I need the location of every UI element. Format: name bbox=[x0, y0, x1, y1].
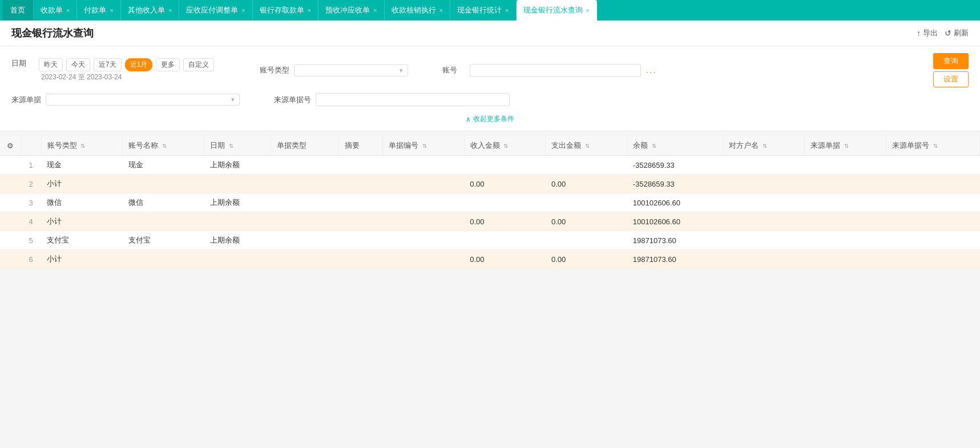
bank-deposit-tab-label: 银行存取款单 bbox=[260, 5, 304, 15]
top-nav: 首页 收款单 × 付款单 × 其他收入单 × 应收应付调整单 × 银行存取款单 … bbox=[0, 0, 980, 21]
account-no-filter: 账号 ... bbox=[442, 64, 922, 77]
cell-date: 上期余额 bbox=[204, 156, 271, 175]
th-account-type[interactable]: 账号类型 ⇅ bbox=[41, 136, 123, 156]
filter-row-2: 来源单据 ▾ 来源单据号 bbox=[11, 93, 969, 106]
account-no-dots[interactable]: ... bbox=[646, 65, 656, 75]
account-type-select[interactable]: ▾ bbox=[294, 64, 408, 76]
account-type-label: 账号类型 bbox=[260, 65, 289, 75]
nav-tab-adjustment[interactable]: 应收应付调整单 × bbox=[179, 0, 252, 21]
account-type-filter: 账号类型 ▾ bbox=[260, 64, 408, 76]
th-counterpart[interactable]: 对方户名 ⇅ bbox=[723, 136, 805, 156]
close-flow-query-icon[interactable]: × bbox=[586, 7, 590, 14]
cell-doc-type bbox=[271, 175, 339, 193]
cell-counterpart bbox=[723, 250, 805, 269]
cell-doc-no bbox=[382, 193, 464, 212]
nav-tab-flow-query[interactable]: 现金银行流水查询 × bbox=[517, 0, 597, 21]
source-doc-no-input[interactable] bbox=[316, 93, 510, 106]
cell-account-type: 微信 bbox=[41, 193, 123, 212]
action-buttons: 查询 设置 bbox=[933, 53, 969, 87]
th-doc-no[interactable]: 单据编号 ⇅ bbox=[382, 136, 464, 156]
cell-income: 0.00 bbox=[464, 175, 546, 193]
table-row[interactable]: 2小计0.000.00-3528659.33 bbox=[0, 175, 980, 193]
date-btn-7days[interactable]: 近7天 bbox=[94, 58, 122, 71]
date-btn-yesterday[interactable]: 昨天 bbox=[39, 58, 63, 71]
table-row[interactable]: 5支付宝支付宝上期余额19871073.60 bbox=[0, 231, 980, 250]
close-payment-icon[interactable]: × bbox=[110, 7, 113, 14]
setting-button[interactable]: 设置 bbox=[933, 71, 969, 87]
date-filter-group: 日期 昨天 今天 近7天 近1月 更多 自定义 2023-02-24 至 202… bbox=[11, 58, 214, 82]
filter-row-1: 日期 昨天 今天 近7天 近1月 更多 自定义 2023-02-24 至 202… bbox=[11, 53, 969, 87]
filter-area: 日期 昨天 今天 近7天 近1月 更多 自定义 2023-02-24 至 202… bbox=[0, 46, 980, 131]
th-source-doc[interactable]: 来源单据 ⇅ bbox=[805, 136, 886, 156]
date-btn-1month[interactable]: 近1月 bbox=[125, 58, 153, 71]
table-row[interactable]: 6小计0.000.0019871073.60 bbox=[0, 250, 980, 269]
export-label: 导出 bbox=[923, 28, 938, 38]
close-adjustment-icon[interactable]: × bbox=[241, 7, 245, 14]
cell-gear bbox=[0, 250, 21, 269]
cell-expense bbox=[546, 231, 627, 250]
date-options-row: 昨天 今天 近7天 近1月 更多 自定义 bbox=[39, 58, 214, 71]
nav-tab-other-income[interactable]: 其他收入单 × bbox=[121, 0, 179, 21]
cell-counterpart bbox=[723, 175, 805, 193]
cell-summary bbox=[339, 250, 383, 269]
home-tab-label: 首页 bbox=[10, 5, 25, 15]
cell-doc-type bbox=[271, 212, 339, 231]
page-header: 现金银行流水查询 ↑ 导出 ↺ 刷新 bbox=[0, 21, 980, 46]
cell-source-doc-no bbox=[886, 175, 979, 193]
th-expense[interactable]: 支出金额 ⇅ bbox=[546, 136, 627, 156]
source-doc-select[interactable]: ▾ bbox=[46, 94, 240, 106]
refresh-label: 刷新 bbox=[954, 28, 969, 38]
date-range-display: 2023-02-24 至 2023-03-24 bbox=[41, 72, 214, 82]
table-row[interactable]: 1现金现金上期余额-3528659.33 bbox=[0, 156, 980, 175]
cell-income bbox=[464, 156, 546, 175]
source-doc-label: 来源单据 bbox=[11, 95, 41, 105]
refresh-button[interactable]: ↺ 刷新 bbox=[945, 28, 969, 38]
cell-account-type: 现金 bbox=[41, 156, 123, 175]
account-no-input[interactable] bbox=[470, 64, 641, 77]
close-bank-deposit-icon[interactable]: × bbox=[308, 7, 311, 14]
nav-tab-prepay[interactable]: 预收冲应收单 × bbox=[318, 0, 384, 21]
collapse-bar[interactable]: ∧ 收起更多条件 bbox=[11, 112, 969, 126]
th-source-doc-no[interactable]: 来源单据号 ⇅ bbox=[886, 136, 979, 156]
table-row[interactable]: 4小计0.000.00100102606.60 bbox=[0, 212, 980, 231]
cell-doc-no bbox=[382, 250, 464, 269]
nav-tab-receipt[interactable]: 收款单 × bbox=[34, 0, 77, 21]
date-btn-today[interactable]: 今天 bbox=[66, 58, 90, 71]
th-account-name[interactable]: 账号名称 ⇅ bbox=[123, 136, 204, 156]
table-row[interactable]: 3微信微信上期余额100102606.60 bbox=[0, 193, 980, 212]
th-income[interactable]: 收入金额 ⇅ bbox=[464, 136, 546, 156]
cell-expense: 0.00 bbox=[546, 250, 627, 269]
nav-tab-bank-deposit[interactable]: 银行存取款单 × bbox=[253, 0, 318, 21]
account-no-label: 账号 bbox=[442, 65, 465, 75]
close-verify-icon[interactable]: × bbox=[439, 7, 443, 14]
cell-counterpart bbox=[723, 156, 805, 175]
sort-balance-icon: ⇅ bbox=[652, 143, 656, 149]
th-gear[interactable]: ⚙ bbox=[0, 136, 21, 156]
query-button[interactable]: 查询 bbox=[933, 53, 969, 69]
close-prepay-icon[interactable]: × bbox=[373, 7, 377, 14]
close-stats-icon[interactable]: × bbox=[505, 7, 509, 14]
th-date[interactable]: 日期 ⇅ bbox=[204, 136, 271, 156]
cell-num: 3 bbox=[21, 193, 41, 212]
nav-tab-verify[interactable]: 收款核销执行 × bbox=[385, 0, 450, 21]
export-button[interactable]: ↑ 导出 bbox=[917, 28, 938, 38]
page-title: 现金银行流水查询 bbox=[11, 26, 94, 40]
nav-tab-stats[interactable]: 现金银行统计 × bbox=[450, 0, 516, 21]
cell-income: 0.00 bbox=[464, 212, 546, 231]
cell-account-type: 小计 bbox=[41, 250, 123, 269]
source-doc-no-label: 来源单据号 bbox=[274, 95, 311, 105]
nav-tab-payment[interactable]: 付款单 × bbox=[77, 0, 120, 21]
cell-source-doc-no bbox=[886, 156, 979, 175]
cell-account-type: 小计 bbox=[41, 212, 123, 231]
cell-gear bbox=[0, 212, 21, 231]
close-other-income-icon[interactable]: × bbox=[168, 7, 172, 14]
th-balance[interactable]: 余额 ⇅ bbox=[627, 136, 723, 156]
date-btn-custom[interactable]: 自定义 bbox=[183, 58, 214, 71]
date-btn-more[interactable]: 更多 bbox=[156, 58, 180, 71]
nav-tab-home[interactable]: 首页 bbox=[2, 0, 34, 21]
cell-gear bbox=[0, 156, 21, 175]
close-receipt-icon[interactable]: × bbox=[66, 7, 70, 14]
date-filter-label: 日期 bbox=[11, 58, 34, 68]
export-icon: ↑ bbox=[917, 29, 921, 38]
sort-expense-icon: ⇅ bbox=[585, 143, 590, 149]
